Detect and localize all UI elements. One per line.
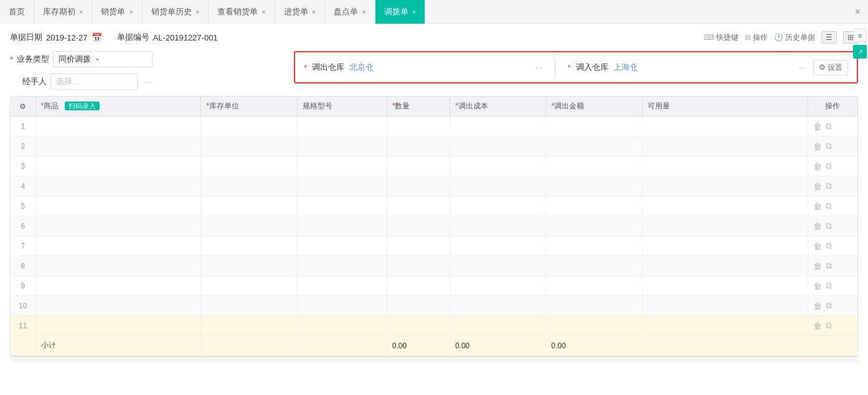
tab-purchase-order-label: 进货单: [284, 6, 308, 17]
note-icon: ≡: [858, 32, 862, 39]
serial-label: 单据编号: [117, 32, 149, 43]
tab-sales-order[interactable]: 销货单 ×: [92, 0, 142, 24]
col-cost-label: 调出成本: [458, 102, 488, 110]
subtotal-row: 小计 0.00 0.00 0.00: [11, 336, 857, 356]
list-view-btn[interactable]: ☰: [821, 31, 837, 44]
col-ops-label: 操作: [825, 102, 840, 110]
delete-icon[interactable]: 🗑: [813, 241, 822, 251]
tab-stocktake[interactable]: 盘点单 ×: [325, 0, 375, 24]
tab-transfer-close[interactable]: ×: [412, 8, 416, 16]
copy-icon[interactable]: ⧉: [826, 260, 832, 271]
window-close-button[interactable]: ×: [847, 0, 868, 24]
tab-purchase-order[interactable]: 进货单 ×: [275, 0, 325, 24]
delete-icon[interactable]: 🗑: [813, 281, 822, 291]
copy-icon[interactable]: ⧉: [826, 121, 832, 131]
col-quantity-label: 数量: [395, 102, 410, 110]
handler-label: 经手人: [22, 76, 47, 87]
table-row: 5🗑⧉: [11, 196, 857, 216]
copy-icon[interactable]: ⧉: [826, 141, 832, 151]
col-quantity: *数量: [387, 97, 450, 117]
settings-icon: ⚙: [819, 63, 826, 72]
main-content: 单据日期 2019-12-27 📅 单据编号 AL-20191227-001 ⌨…: [0, 24, 868, 370]
tab-stocktake-close[interactable]: ×: [362, 8, 366, 16]
subtotal-amount: 0.00: [551, 341, 565, 350]
right-panel: ≡ ↗: [853, 24, 868, 59]
export-panel-btn[interactable]: ↗: [853, 45, 867, 59]
subtotal-quantity: 0.00: [392, 341, 407, 350]
col-ops: 操作: [808, 97, 857, 117]
copy-icon[interactable]: ⧉: [826, 280, 832, 291]
note-panel-btn[interactable]: ≡: [853, 29, 867, 42]
col-spec: 规格型号: [297, 97, 387, 117]
delete-icon[interactable]: 🗑: [813, 161, 822, 171]
tab-view-sales-close[interactable]: ×: [262, 8, 265, 16]
history-label: 历史单据: [785, 32, 815, 43]
copy-icon[interactable]: ⧉: [826, 161, 832, 171]
history-btn[interactable]: 🕐 历史单据: [774, 32, 815, 43]
col-product-label: 商品: [44, 102, 59, 110]
list-icon: ☰: [826, 33, 833, 42]
table-row: 10🗑⧉: [11, 296, 857, 316]
copy-icon[interactable]: ⧉: [826, 221, 832, 231]
handler-more-icon[interactable]: ···: [144, 77, 151, 87]
delete-icon[interactable]: 🗑: [813, 141, 822, 151]
tab-sales-history-label: 销货单历史: [151, 6, 192, 17]
tab-stocktake-label: 盘点单: [334, 6, 358, 17]
copy-icon[interactable]: ⧉: [826, 240, 832, 251]
tab-transfer[interactable]: 调拨单 ×: [375, 0, 425, 24]
top-right-toolbar: ⌨ 快捷键 ⊞ 操作 🕐 历史单据 ☰ ⊞: [704, 31, 858, 44]
out-warehouse-req: *: [304, 63, 307, 72]
copy-icon[interactable]: ⧉: [826, 181, 832, 191]
tab-inventory-init-close[interactable]: ×: [79, 8, 83, 16]
tab-sales-history[interactable]: 销货单历史 ×: [143, 0, 209, 24]
copy-icon[interactable]: ⧉: [826, 300, 832, 311]
subtotal-label: 小计: [41, 341, 56, 350]
delete-icon[interactable]: 🗑: [813, 181, 822, 191]
table-row: 8🗑⧉: [11, 256, 857, 276]
tab-sales-order-close[interactable]: ×: [129, 8, 133, 16]
tab-bar: 首页 库存期初 × 销货单 × 销货单历史 × 查看销货单 × 进货单 × 盘点…: [0, 0, 868, 24]
handler-select[interactable]: 选择...: [50, 74, 138, 90]
warehouse-divider: [555, 59, 555, 76]
col-cost: *调出成本: [450, 97, 545, 117]
delete-icon[interactable]: 🗑: [813, 201, 822, 211]
delete-icon[interactable]: 🗑: [813, 301, 822, 311]
tab-home[interactable]: 首页: [0, 0, 34, 24]
col-unit-label: 库存单位: [209, 102, 239, 110]
copy-icon[interactable]: ⧉: [826, 320, 832, 331]
scan-badge[interactable]: 扫码录入: [65, 102, 100, 110]
in-warehouse-more-icon[interactable]: ···: [799, 63, 806, 72]
operations-icon: ⊞: [745, 33, 751, 42]
tab-view-sales[interactable]: 查看销货单 ×: [209, 0, 275, 24]
scroll-bar[interactable]: [10, 356, 858, 363]
warehouse-section: * 调出仓库 北京仓 ··· * 调入仓库 上海仓 ··· ⚙ 设置: [294, 51, 858, 83]
copy-icon[interactable]: ⧉: [826, 201, 832, 211]
in-warehouse-value: 上海仓: [613, 62, 638, 73]
tab-inventory-init[interactable]: 库存期初 ×: [34, 0, 92, 24]
shortcuts-label: 快捷键: [716, 32, 738, 43]
table-gear-col[interactable]: ⚙: [11, 97, 35, 117]
in-warehouse-req: *: [568, 63, 571, 72]
col-spec-label: 规格型号: [303, 102, 333, 110]
operations-btn[interactable]: ⊞ 操作: [745, 32, 768, 43]
col-available-label: 可用量: [648, 102, 670, 110]
col-amount: *调出金额: [546, 97, 642, 117]
settings-button[interactable]: ⚙ 设置: [813, 60, 848, 75]
tab-sales-history-close[interactable]: ×: [196, 8, 199, 16]
date-label: 单据日期: [10, 32, 42, 43]
delete-icon[interactable]: 🗑: [813, 121, 822, 131]
delete-icon[interactable]: 🗑: [813, 221, 822, 231]
delete-icon[interactable]: 🗑: [813, 321, 822, 331]
table-row: 2🗑⧉: [11, 136, 857, 156]
delete-icon[interactable]: 🗑: [813, 261, 822, 271]
date-field: 单据日期 2019-12-27 📅: [10, 32, 102, 43]
history-icon: 🕐: [774, 33, 783, 42]
business-type-select[interactable]: 同价调拨 ▾: [53, 51, 153, 67]
shortcuts-btn[interactable]: ⌨ 快捷键: [704, 32, 738, 43]
tab-purchase-order-close[interactable]: ×: [312, 8, 316, 16]
gear-icon[interactable]: ⚙: [19, 102, 26, 111]
calendar-icon[interactable]: 📅: [92, 32, 102, 42]
out-warehouse-field: * 调出仓库 北京仓 ···: [304, 62, 542, 73]
tab-home-label: 首页: [9, 6, 25, 17]
out-warehouse-more-icon[interactable]: ···: [535, 63, 542, 72]
